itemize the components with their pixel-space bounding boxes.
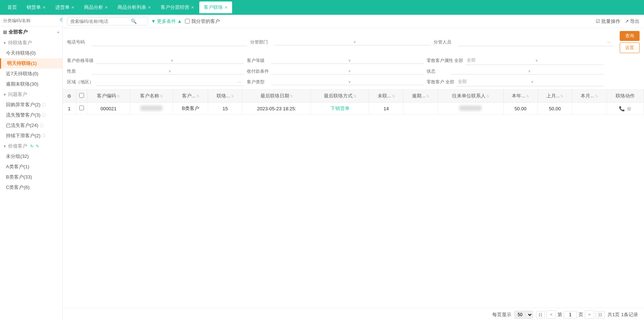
manager-ellipsis[interactable]: ··· — [606, 39, 612, 45]
sidebar-item-type-a[interactable]: A类客户(1) — [0, 162, 62, 172]
action-icons: 📞 ⊞ — [609, 106, 641, 111]
sidebar-search-input[interactable] — [3, 18, 58, 23]
filter-actions: 查询 设置 — [620, 31, 640, 53]
caret-icon-dept: ∨ — [353, 40, 429, 44]
batch-op-btn[interactable]: ☑ 批量操作 — [596, 18, 620, 25]
my-customer-checkbox[interactable]: 我分管的客户 — [185, 18, 220, 25]
search-icon[interactable]: 🔍 — [131, 18, 137, 24]
filter-price-grade-label: 客户价格等级 — [67, 58, 94, 64]
th-this-month[interactable]: 本月...⇅ — [572, 90, 606, 103]
refresh-icon[interactable]: ↻ — [30, 144, 34, 149]
nav-close-purchase[interactable]: ✕ — [71, 5, 74, 10]
arrow-icon-3: ▼ — [3, 144, 7, 148]
query-button[interactable]: 查询 — [620, 31, 640, 41]
sidebar-item-overdue[interactable]: 逾期未联络(30) — [0, 79, 62, 89]
phone-icon[interactable]: 📞 — [619, 106, 625, 111]
filter-phone-input[interactable] — [91, 38, 247, 46]
nav-item-goods-analysis-list[interactable]: 商品分析列表 ✕ — [113, 1, 155, 13]
filter-payment-label: 收付款条件 — [247, 68, 269, 75]
nav-close-customer-tier[interactable]: ✕ — [191, 5, 194, 10]
sidebar-item-loss-warning[interactable]: 流失预警客户(3) ⓘ — [0, 110, 62, 120]
filter-retail-attr-label: 零散客户属性 全部 — [427, 58, 463, 64]
page-label: 第 — [557, 311, 562, 318]
prev-page-btn[interactable]: ＜ — [546, 310, 556, 319]
last-contact-method-link[interactable]: 下销货单 — [330, 106, 350, 111]
grid-icon: ⊞ — [3, 30, 7, 35]
filter-status-select[interactable]: ∨ — [451, 68, 603, 75]
search-input[interactable] — [70, 19, 129, 24]
th-type[interactable]: 客户...⇅ — [173, 90, 208, 103]
td-name — [130, 103, 173, 115]
nav-item-goods-analysis[interactable]: 商品分析 ✕ — [80, 1, 112, 13]
first-page-btn[interactable]: ⟨⟨ — [536, 311, 545, 318]
th-last-contact-date[interactable]: 最后联络日期⇅ — [242, 90, 311, 103]
th-code[interactable]: 客户编码⇅ — [87, 90, 130, 103]
sidebar-item-lost[interactable]: 已流失客户(24) ⓘ — [0, 120, 62, 131]
filter-customer-type-select[interactable]: ∨ — [271, 79, 424, 85]
nav-item-sales[interactable]: 销货单 ✕ — [22, 1, 50, 13]
sidebar-item-declining[interactable]: 持续下滑客户(2) ⓘ — [0, 131, 62, 141]
filter-nature: 性质 ∨ — [67, 68, 244, 75]
sidebar-item-type-c[interactable]: C类客户(6) — [0, 182, 62, 193]
th-last-contact-method[interactable]: 最后联络方式⇅ — [311, 90, 369, 103]
last-page-btn[interactable]: ⟩⟩ — [596, 311, 605, 318]
nav-close-sales[interactable]: ✕ — [42, 5, 46, 10]
edit-icon[interactable]: ✎ — [36, 144, 39, 149]
main-content: 🔍 ▼ 更多条件 ▲ 我分管的客户 ☑ 批量操作 ↗ 导出 — [63, 15, 644, 321]
filter-retail-attr: 零散客户属性 全部 全部 ∨ — [427, 56, 603, 65]
filter-retail-attr-select[interactable]: 全部 ∨ — [465, 56, 603, 65]
my-customer-check[interactable] — [185, 19, 190, 24]
th-overdue[interactable]: 逾期...⇅ — [403, 90, 438, 103]
next-page-btn[interactable]: ＞ — [585, 310, 594, 319]
sidebar-item-week-pending[interactable]: 近7天待联络(0) — [0, 69, 62, 79]
export-btn[interactable]: ↗ 导出 — [625, 18, 640, 25]
nav-item-customer-tier[interactable]: 客户分层经营 ✕ — [156, 1, 199, 13]
row-checkbox[interactable] — [79, 106, 84, 110]
nav-close-goods-analysis-list[interactable]: ✕ — [148, 5, 151, 10]
nav-item-customer-contact[interactable]: 客户联络 ✕ — [199, 1, 232, 13]
caret-icon-type: ∨ — [348, 80, 422, 84]
nav-close-customer-contact[interactable]: ✕ — [224, 5, 228, 10]
customer-table: ⚙ 客户编码⇅ 客户名称⇅ 客户...⇅ — [63, 90, 644, 115]
sidebar-search-icon[interactable]: 🔍 — [60, 18, 63, 23]
th-last-month[interactable]: 上月...⇅ — [538, 90, 572, 103]
th-this-year[interactable]: 本年...⇅ — [503, 90, 538, 103]
filter-retail-customer: 零散客户 全部 全部 ∨ — [427, 77, 603, 86]
nav-item-home[interactable]: 首页 — [3, 1, 21, 13]
more-filter-btn[interactable]: ▼ 更多条件 ▲ — [151, 18, 182, 25]
sidebar-item-type-b[interactable]: B类客户(33) — [0, 172, 62, 182]
page-input[interactable] — [564, 311, 577, 318]
filter-payment-select[interactable]: ∨ — [271, 68, 424, 75]
nav-item-purchase[interactable]: 进货单 ✕ — [51, 1, 79, 13]
th-related-contact[interactable]: 往来单位联系人⇅ — [438, 90, 503, 103]
region-ellipsis[interactable]: ··· — [236, 79, 242, 84]
th-settings[interactable]: ⚙ — [63, 90, 76, 103]
filter-retail-customer-select[interactable]: 全部 ∨ — [456, 77, 603, 86]
caret-icon-status: ∨ — [528, 69, 602, 73]
filter-customer-grade-select[interactable]: ∨ — [271, 57, 424, 64]
td-this-year: 50.00 — [503, 103, 538, 115]
th-contact-count[interactable]: 联络...⇅ — [208, 90, 242, 103]
sidebar-item-tomorrow-pending[interactable]: 明天待联络(1) — [0, 58, 62, 69]
nav-close-goods-analysis[interactable]: ✕ — [105, 5, 108, 10]
filter-dept-select[interactable]: ∨ — [274, 39, 430, 45]
th-name[interactable]: 客户名称⇅ — [130, 90, 173, 103]
select-all-checkbox[interactable] — [79, 93, 84, 98]
td-this-month — [572, 103, 606, 115]
filter-region: 区域（地区） ··· — [67, 78, 244, 86]
th-checkbox — [76, 90, 87, 103]
sidebar-all-customers[interactable]: ⊞ 全部客户 « — [0, 27, 62, 38]
grid-action-icon[interactable]: ⊞ — [627, 106, 631, 111]
td-no-contact: 14 — [369, 103, 403, 115]
td-checkbox — [76, 103, 87, 115]
caret-icon-price: ∨ — [171, 58, 242, 62]
sidebar-item-today-pending[interactable]: 今天待联络(0) — [0, 48, 62, 58]
th-no-contact[interactable]: 未联...⇅ — [369, 90, 403, 103]
settings-button[interactable]: 设置 — [620, 42, 640, 53]
per-page-select[interactable]: 50 10 20 100 — [514, 311, 533, 319]
sidebar-item-ungrouped[interactable]: 未分组(32) — [0, 151, 62, 162]
sidebar-item-repurchase-abnormal[interactable]: 回购异常客户(2) ⓘ — [0, 100, 62, 110]
help-icon-2: ⓘ — [42, 113, 46, 117]
filter-nature-select[interactable]: ∨ — [91, 68, 244, 75]
filter-price-grade-select[interactable]: ∨ — [96, 57, 244, 64]
